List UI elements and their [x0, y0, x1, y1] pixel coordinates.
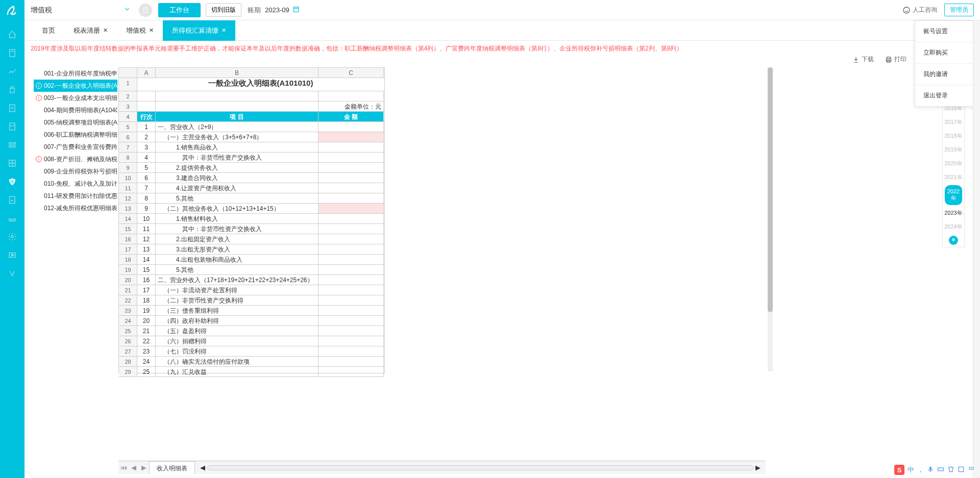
nav-v-icon[interactable] — [0, 264, 24, 283]
row-value-cell[interactable] — [318, 295, 384, 305]
form-item-4[interactable]: 005-纳税调整项目明细表(A1... — [34, 116, 117, 129]
row-value-cell[interactable] — [318, 255, 384, 264]
form-item-1[interactable]: !002-一般企业收入明细表(A1... — [34, 80, 117, 92]
form-item-11[interactable]: 012-减免所得税优惠明细表(... — [34, 202, 117, 214]
ime-lang[interactable]: 中 — [908, 465, 914, 474]
year-option[interactable]: 2019年 — [943, 143, 964, 157]
switch-old-button[interactable]: 切到旧版 — [206, 3, 241, 17]
tab-1[interactable]: 税表清册✕ — [64, 20, 117, 41]
year-option[interactable]: 2017年 — [943, 115, 964, 129]
grid-row[interactable]: 2117 （一）非流动资产处置利得 — [119, 285, 384, 295]
grid-row[interactable]: 2723 （七）罚没利得 — [119, 346, 384, 357]
nav-doc-icon[interactable] — [0, 44, 24, 62]
row-value-cell[interactable] — [318, 132, 384, 142]
row-value-cell[interactable] — [318, 285, 384, 295]
tab-3[interactable]: 所得税汇算清缴✕ — [163, 20, 235, 41]
year-option[interactable]: 2022年 — [945, 185, 962, 205]
row-value-cell[interactable] — [318, 122, 384, 132]
ime-punct[interactable]: ， — [917, 465, 924, 474]
grid-row[interactable]: 2218 （二）非货币性资产交换利得 — [119, 295, 384, 306]
row-value-cell[interactable] — [318, 306, 384, 315]
row-value-cell[interactable] — [318, 244, 384, 254]
row-value-cell[interactable] — [318, 234, 384, 244]
row-value-cell[interactable] — [318, 142, 384, 152]
grid-row[interactable]: 1410 1.销售材料收入 — [119, 214, 384, 224]
form-item-6[interactable]: 007-广告费和业务宣传费跨... — [34, 141, 117, 153]
year-option[interactable]: 2018年 — [943, 129, 964, 143]
row-value-cell[interactable] — [318, 224, 384, 234]
ime-badge-icon[interactable]: S — [894, 465, 904, 475]
doc-icon[interactable] — [139, 4, 152, 17]
form-item-3[interactable]: 004-期间费用明细表(A1040... — [34, 104, 117, 116]
grid-row[interactable]: 2622 （六）捐赠利得 — [119, 336, 384, 346]
dropdown-item-2[interactable]: 我的邀请 — [915, 64, 975, 85]
row-value-cell[interactable] — [318, 336, 384, 346]
spreadsheet-grid[interactable]: ABC1一般企业收入明细表(A101010)23金额单位：元4行次项 目金 额5… — [118, 67, 385, 373]
horizontal-scrollbar[interactable]: ◀▶ — [200, 464, 761, 471]
ime-skin-icon[interactable] — [947, 466, 954, 474]
grid-row[interactable]: 2016二、营业外收入（17+18+19+20+21+22+23+24+25+2… — [119, 275, 384, 285]
sheet-nav-next-icon[interactable]: ▶ — [139, 464, 149, 471]
workbench-button[interactable]: 工作台 — [158, 3, 201, 17]
sheet-nav-prev-icon[interactable]: ◀ — [129, 464, 139, 471]
year-option[interactable]: 2021年 — [943, 170, 964, 184]
calendar-icon[interactable] — [292, 6, 300, 14]
row-value-cell[interactable] — [318, 275, 384, 285]
grid-row[interactable]: 95 2.提供劳务收入 — [119, 163, 384, 173]
ime-tool-icon[interactable] — [958, 466, 965, 474]
grid-row[interactable]: 62 （一）主营业务收入（3+5+6+7+8） — [119, 132, 384, 142]
grid-row[interactable]: 2824 （八）确实无法偿付的应付款项 — [119, 357, 384, 367]
row-value-cell[interactable] — [318, 357, 384, 366]
nav-report-icon[interactable] — [0, 99, 24, 117]
consult-link[interactable]: 人工咨询 — [902, 6, 937, 14]
col-header[interactable]: A — [137, 68, 156, 78]
page-vertical-scrollbar[interactable] — [973, 20, 980, 478]
row-value-cell[interactable] — [318, 173, 384, 183]
nav-inbox-icon[interactable] — [0, 209, 24, 228]
grid-row[interactable]: 1814 4.出租包装物和商品收入 — [119, 255, 384, 265]
nav-home-icon[interactable] — [0, 26, 24, 44]
grid-row[interactable]: 73 1.销售商品收入 — [119, 142, 384, 153]
grid-row[interactable]: 1511 其中：非货币性资产交换收入 — [119, 224, 384, 234]
row-value-cell[interactable] — [318, 265, 384, 274]
admin-button[interactable]: 管理员 — [944, 4, 974, 16]
row-value-cell[interactable] — [318, 204, 384, 213]
year-option[interactable]: 2024年 — [943, 220, 964, 234]
grid-row[interactable]: 2319 （三）债务重组利得 — [119, 306, 384, 316]
year-option[interactable]: 2023年 — [943, 206, 964, 220]
nav-bag-icon[interactable] — [0, 81, 24, 99]
dropdown-item-1[interactable]: 立即购买 — [915, 42, 975, 64]
tab-close-icon[interactable]: ✕ — [149, 27, 154, 34]
col-header[interactable]: B — [156, 68, 318, 78]
year-option[interactable]: 2020年 — [943, 157, 964, 170]
ime-keyboard-icon[interactable] — [937, 466, 944, 474]
form-item-8[interactable]: 009-企业所得税弥补亏损明... — [34, 165, 117, 178]
nav-chart-icon[interactable] — [0, 62, 24, 81]
row-value-cell[interactable] — [318, 316, 384, 325]
form-item-5[interactable]: 006-职工薪酬纳税调整明细... — [34, 129, 117, 141]
row-value-cell[interactable] — [318, 153, 384, 162]
row-value-cell[interactable] — [318, 367, 384, 376]
row-value-cell[interactable] — [318, 346, 384, 356]
row-value-cell[interactable] — [318, 326, 384, 336]
grid-row[interactable]: 84 其中：非货币性资产交换收入 — [119, 153, 384, 163]
title-dropdown-icon[interactable] — [124, 6, 131, 14]
grid-row[interactable]: 117 4.让渡资产使用权收入 — [119, 183, 384, 193]
sheet-nav-first-icon[interactable]: ⏮ — [118, 464, 129, 471]
row-value-cell[interactable] — [318, 193, 384, 203]
dropdown-item-3[interactable]: 退出登录 — [915, 85, 975, 106]
dropdown-item-0[interactable]: 账号设置 — [915, 21, 975, 42]
tab-0[interactable]: 首页 — [33, 20, 64, 41]
grid-row[interactable]: 1713 3.出租无形资产收入 — [119, 244, 384, 255]
form-item-0[interactable]: 001-企业所得税年度纳税申... — [34, 67, 117, 80]
ime-menu-icon[interactable] — [968, 466, 975, 474]
nav-video-icon[interactable] — [0, 246, 24, 264]
nav-tax-icon[interactable]: 税 — [0, 172, 24, 191]
form-item-10[interactable]: 011-研发费用加计扣除优惠... — [34, 190, 117, 202]
tab-2[interactable]: 增值税✕ — [117, 20, 163, 41]
year-expand-icon[interactable] — [949, 236, 958, 245]
form-item-7[interactable]: !008-资产折旧、摊销及纳税... — [34, 153, 117, 165]
grid-row[interactable]: 106 3.建造合同收入 — [119, 173, 384, 183]
nav-settings-icon[interactable] — [0, 228, 24, 246]
nav-export-icon[interactable] — [0, 191, 24, 209]
